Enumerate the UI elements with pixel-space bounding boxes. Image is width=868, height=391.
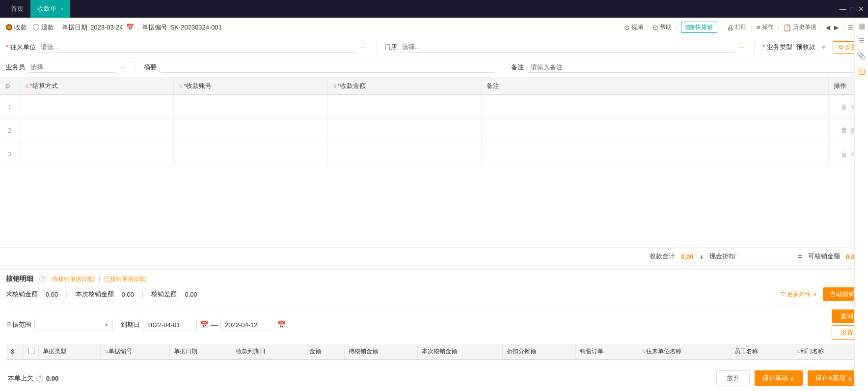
amount-cell-2[interactable] [327,118,482,142]
bottom-col-dept: ⇅部门名称 [792,344,862,360]
shortcut-button[interactable]: ⌨ 快捷键 [681,22,717,33]
reconcile-info-icon[interactable]: ? [39,276,46,282]
remark-input[interactable] [528,62,862,73]
settlement-cell-2[interactable] [20,118,174,142]
sidebar-table-icon[interactable]: ▦ [858,22,865,30]
date-to-input[interactable] [220,319,274,331]
tab-done[interactable]: 已核销单据(0笔) [104,275,147,283]
bill-info-icon[interactable]: ? [36,375,43,382]
save-draft-arrow[interactable]: ∧ [790,375,795,382]
calc-row: 收款合计 0.00 + 现金折扣: = 可核销金额 0.00 [0,248,868,266]
summary-input[interactable] [161,62,495,73]
settlement-cell-1[interactable] [20,95,174,118]
bottom-table-container: ⚙ 单据类型 ⇅单据编号 单据日期 收款到期日 金额 待核销金额 本次核销金额 … [6,344,862,360]
abandon-button[interactable]: 放弃 [716,370,750,386]
counterpart-field: * 往来单位 ··· [6,42,368,53]
form-row-1: * 往来单位 ··· 门店 ··· * 业务类型 预收款 ▼ ⚙ 设置 [0,37,868,57]
bill-value: 0.00 [46,375,58,382]
action-list[interactable]: ☰ [848,24,853,31]
amount-cell-1[interactable] [327,95,482,118]
bottom-col-check [24,344,38,360]
radio-refund[interactable]: 退款 [33,23,54,32]
action-print[interactable]: 🖨 打印 [727,23,747,31]
bottom-col-settings[interactable]: ⚙ [6,344,24,360]
store-more-btn[interactable]: ··· [737,43,747,51]
restore-icon[interactable]: □ [850,5,854,13]
save-new-arrow[interactable]: ∧ [847,375,852,382]
row-delete-btn-1[interactable]: 🗑 [841,103,847,111]
radio-receive[interactable]: 收款 [6,23,27,32]
tab-home[interactable]: 首页 [4,0,30,18]
account-cell-1[interactable] [174,95,328,118]
save-draft-button[interactable]: 保存草稿 ∧ [755,370,803,386]
table-row: 2 🗑 ⊕ [0,118,868,142]
staff-more-btn[interactable]: ··· [118,63,128,71]
filter-icon: ▽ [781,291,785,298]
business-type-field: * 业务类型 预收款 ▼ [762,43,827,52]
range-select[interactable] [34,319,113,331]
discount-input[interactable] [743,251,792,261]
reconcile-tabs: 待核销单据(0笔) | 已核销单据(0笔) [52,275,147,283]
bottom-gear-icon[interactable]: ⚙ [10,348,15,355]
date-from-input[interactable] [143,319,197,331]
calendar-icon[interactable]: 📅 [126,24,134,31]
cal-to-icon[interactable]: 📅 [277,321,286,329]
remark-cell-1[interactable] [482,95,829,118]
bottom-col-number: ⇅单据编号 [100,344,170,360]
range-select-wrapper [34,319,113,331]
window-controls: — □ ✕ [840,5,864,13]
store-field: 门店 ··· [384,42,747,53]
unverified-value: 0.00 [46,291,58,298]
amount-cell-3[interactable] [327,142,482,166]
row-delete-btn-3[interactable]: 🗑 [841,150,847,158]
date-range-field: 到期日 📅 — 📅 [121,319,286,331]
sidebar-attach-icon[interactable]: 📎 [857,51,866,60]
action-video[interactable]: ⊙ 视频 [624,23,643,31]
footer-buttons: 放弃 保存草稿 ∧ 保存&新增 ∧ [716,370,860,386]
account-cell-3[interactable] [174,142,328,166]
reconcile-header: 核销明细 ? 待核销单据(0笔) | 已核销单据(0笔) [6,275,862,283]
action-prev[interactable]: ◀ [826,24,830,31]
col-amount-header: ⇅*收款金额 [327,78,482,95]
counterpart-more-btn[interactable]: ··· [358,43,368,51]
summary-field: 摘要 [144,62,495,73]
help-icon: ⊙ [652,24,658,31]
reconcile-stats: 未核销金额 0.00 | 本次核销金额 0.00 | 核销差额 0.00 [6,290,197,299]
table-settings-icon[interactable]: ⚙ [5,83,11,90]
col-settings-header[interactable]: ⚙ [0,78,20,95]
action-operate[interactable]: ≡ 操作 [756,23,773,31]
number-field: 单据编号 SK-20230324-001 [142,23,222,32]
settlement-cell-3[interactable] [20,142,174,166]
bottom-col-type: 单据类型 [38,344,100,360]
more-conditions-btn[interactable]: ▽ 更多条件 ∧ [781,290,817,299]
filter-row: 单据范围 到期日 📅 — 📅 查询 设置 [6,305,862,344]
sidebar-expand-icon[interactable]: ◱ [857,66,866,77]
action-next[interactable]: ▶ [834,24,839,31]
cal-from-icon[interactable]: 📅 [200,321,208,329]
save-new-button[interactable]: 保存&新增 ∧ [808,370,860,386]
sidebar-list-icon[interactable]: ☰ [858,36,865,45]
bottom-col-date: 单据日期 [170,344,232,360]
receipt-type-group: 收款 退款 [6,23,54,32]
store-input[interactable] [399,42,735,53]
select-all-checkbox[interactable] [28,348,34,354]
minimize-icon[interactable]: — [840,5,846,13]
reconcile-stats-row: 未核销金额 0.00 | 本次核销金额 0.00 | 核销差额 0.00 ▽ 更… [6,287,862,301]
date-value[interactable]: 2023-03-24 [90,24,123,31]
remark-cell-3[interactable] [482,142,829,166]
business-type-dropdown[interactable]: ▼ [820,44,827,51]
video-icon: ⊙ [624,24,630,31]
row-delete-btn-2[interactable]: 🗑 [841,126,847,134]
action-help[interactable]: ⊙ 帮助 [652,23,672,31]
tab-close-icon[interactable]: × [60,6,63,12]
tab-pending[interactable]: 待核销单据(0笔) [52,275,95,283]
account-cell-2[interactable] [174,118,328,142]
bottom-col-sales: 销售订单 [576,344,638,360]
tab-receipt[interactable]: 收款单 × [30,0,70,18]
action-history[interactable]: 📋 历史单据 [783,23,816,31]
close-window-icon[interactable]: ✕ [858,5,864,13]
staff-input[interactable] [27,62,116,73]
counterpart-input[interactable] [38,42,356,53]
top-nav: 首页 收款单 × — □ ✕ [0,0,868,18]
remark-cell-2[interactable] [482,118,829,142]
